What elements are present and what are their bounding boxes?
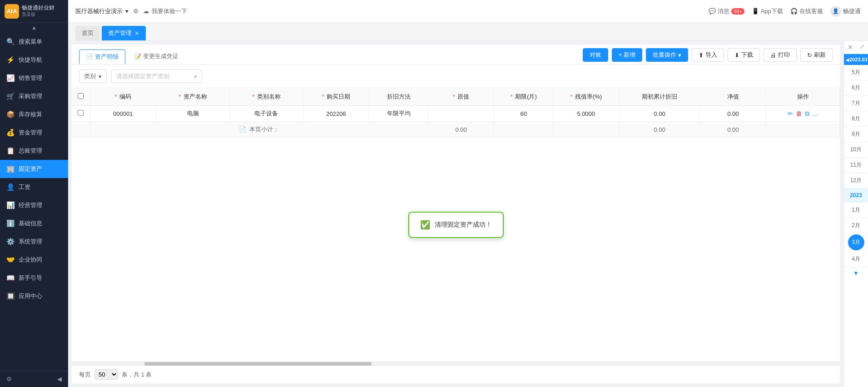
fixed-assets-icon: 🏢 bbox=[6, 165, 15, 173]
batch-dropdown-icon: ▾ bbox=[678, 52, 681, 59]
sidebar-scroll-up[interactable]: ▲ bbox=[0, 23, 68, 33]
more-icon[interactable]: … bbox=[812, 110, 818, 117]
sidebar-item-system[interactable]: ⚙️ 系统管理 bbox=[0, 233, 68, 251]
per-page-select[interactable]: 50 100 bbox=[94, 369, 118, 380]
tab-home[interactable]: 首页 bbox=[75, 26, 100, 40]
experience-button[interactable]: ☁ 我要体验一下 bbox=[143, 7, 187, 15]
sidebar-item-operations[interactable]: 📊 经营管理 bbox=[0, 196, 68, 214]
success-icon: ✅ bbox=[420, 220, 430, 230]
payroll-icon: 👤 bbox=[6, 183, 15, 191]
subtotal-row: 📄 本页小计： 0.00 0.00 0.00 bbox=[72, 122, 840, 138]
calendar-prev-icon[interactable]: ◀ bbox=[846, 57, 849, 62]
per-page-label: 每页 bbox=[79, 371, 91, 379]
download-button[interactable]: ⬇ 下载 bbox=[728, 48, 760, 62]
select-all-checkbox[interactable] bbox=[78, 93, 84, 99]
table-header-value: * 原值 bbox=[428, 88, 494, 106]
calendar-month-3-current[interactable]: 3月 bbox=[848, 234, 864, 251]
settings-button[interactable]: ⚙ bbox=[133, 8, 139, 15]
enterprise-icon: 🤝 bbox=[6, 256, 15, 264]
subtabs: 📄 资产明细 📝 变更生成凭证 对账 + 新增 批量操作 ▾ bbox=[72, 45, 840, 65]
calendar-month-1[interactable]: 1月 bbox=[844, 203, 868, 218]
table-header-checkbox bbox=[72, 88, 90, 106]
collapse-icon[interactable]: ◀ bbox=[57, 376, 62, 382]
import-icon: ⬆ bbox=[699, 52, 704, 59]
sidebar-item-quick-nav[interactable]: ⚡ 快捷导航 bbox=[0, 51, 68, 69]
company-dropdown-icon: ▾ bbox=[125, 8, 129, 15]
logo-text: 畅捷通好业财 bbox=[22, 5, 55, 12]
operations-icon: 📊 bbox=[6, 201, 15, 209]
calendar-expand-icon[interactable]: ⤢ bbox=[859, 43, 865, 52]
calendar-scroll-down-icon[interactable]: ▼ bbox=[850, 267, 862, 279]
pagination: 每页 50 100 条，共 1 条 bbox=[72, 365, 840, 383]
row-checkbox[interactable] bbox=[78, 110, 84, 116]
sidebar-item-app-center[interactable]: 🔲 应用中心 bbox=[0, 287, 68, 305]
row-method: 年限平均 bbox=[369, 106, 428, 122]
scroll-thumb[interactable] bbox=[144, 362, 372, 366]
refresh-button[interactable]: ↻ 刷新 bbox=[800, 48, 833, 62]
subtab-generate-voucher[interactable]: 📝 变更生成凭证 bbox=[127, 49, 185, 64]
notifications-button[interactable]: 💬 消息 99+ bbox=[709, 7, 744, 15]
calendar-month-4[interactable]: 4月 bbox=[844, 252, 868, 267]
calendar-month-11[interactable]: 11月 bbox=[844, 158, 868, 173]
table-header-period: * 期限(月) bbox=[494, 88, 553, 106]
assets-table: * 编码 * 资产名称 * 类别名称 bbox=[72, 88, 840, 138]
edit-icon[interactable]: ✏ bbox=[788, 110, 793, 117]
category-filter[interactable]: 类别 ▾ bbox=[79, 69, 107, 83]
copy-icon[interactable]: ⧉ bbox=[805, 110, 809, 118]
delete-icon[interactable]: 🗑 bbox=[796, 110, 802, 117]
calendar-month-9[interactable]: 9月 bbox=[844, 127, 868, 142]
row-net: 0.00 bbox=[700, 106, 766, 122]
horizontal-scrollbar[interactable] bbox=[72, 362, 840, 365]
batch-operation-button[interactable]: 批量操作 ▾ bbox=[646, 48, 688, 62]
table-header-date: * 购买日期 bbox=[303, 88, 369, 106]
add-button[interactable]: + 新增 bbox=[612, 48, 642, 62]
calendar-close-icon[interactable]: ✕ bbox=[847, 43, 854, 52]
sidebar-item-fixed-assets[interactable]: 🏢 固定资产 bbox=[0, 160, 68, 178]
calendar-month-6[interactable]: 6月 bbox=[844, 80, 868, 96]
row-code: 000001 bbox=[90, 106, 156, 122]
settings-icon[interactable]: ⚙ bbox=[6, 376, 12, 382]
import-button[interactable]: ⬆ 导入 bbox=[692, 48, 724, 62]
calendar-panel: ✕ ⤢ ◀ 2023.03 5月 6月 7月 8月 9月 10月 11月 12月… bbox=[843, 41, 868, 387]
table-header-rate: * 残值率(%) bbox=[553, 88, 619, 106]
sidebar-item-payroll[interactable]: 👤 工资 bbox=[0, 178, 68, 196]
user-menu[interactable]: 👤 畅捷通 bbox=[830, 6, 861, 17]
voucher-icon: 📝 bbox=[134, 53, 141, 60]
calendar-month-12[interactable]: 12月 bbox=[844, 173, 868, 189]
reconcile-button[interactable]: 对账 bbox=[583, 48, 608, 62]
row-date: 202206 bbox=[303, 106, 369, 122]
sidebar-footer: ⚙ ◀ bbox=[0, 371, 68, 387]
app-download-button[interactable]: 📱 App下载 bbox=[752, 7, 783, 15]
row-accum: 0.00 bbox=[619, 106, 700, 122]
sidebar-item-guide[interactable]: 📖 新手引导 bbox=[0, 269, 68, 287]
subtab-asset-detail[interactable]: 📄 资产明细 bbox=[79, 50, 125, 64]
refresh-icon: ↻ bbox=[807, 52, 812, 59]
sidebar-item-search[interactable]: 🔍 搜索菜单 bbox=[0, 33, 68, 51]
calendar-month-5[interactable]: 5月 bbox=[844, 65, 868, 80]
category-input[interactable]: 请选择固定资产类别 ▾ bbox=[111, 69, 202, 83]
company-selector[interactable]: 医疗器械行业演示 ▾ bbox=[75, 7, 129, 15]
table-header-method: 折旧方法 bbox=[369, 88, 428, 106]
row-checkbox-cell bbox=[72, 106, 90, 122]
calendar-month-8[interactable]: 8月 bbox=[844, 111, 868, 127]
calendar-month-10[interactable]: 10月 bbox=[844, 142, 868, 158]
print-button[interactable]: 🖨 打印 bbox=[764, 48, 797, 62]
calendar-month-7[interactable]: 7月 bbox=[844, 96, 868, 111]
tab-asset-management[interactable]: 资产管理 ✕ bbox=[102, 26, 146, 40]
logo-sub: 普及版 bbox=[22, 11, 55, 18]
sidebar-item-sales[interactable]: 📈 销售管理 bbox=[0, 69, 68, 87]
tab-close-icon[interactable]: ✕ bbox=[134, 30, 139, 37]
sidebar-item-basic-info[interactable]: ℹ️ 基础信息 bbox=[0, 214, 68, 233]
table-header-net: 净值 bbox=[700, 88, 766, 106]
sidebar-item-inventory[interactable]: 📦 库存核算 bbox=[0, 105, 68, 124]
user-avatar: 👤 bbox=[830, 6, 841, 17]
sidebar-item-ledger[interactable]: 📋 总账管理 bbox=[0, 142, 68, 160]
tabbar: 首页 资产管理 ✕ bbox=[68, 23, 868, 41]
sidebar-item-enterprise[interactable]: 🤝 企业协同 bbox=[0, 251, 68, 269]
subtotal-value: 0.00 bbox=[428, 122, 494, 138]
sidebar-item-purchase[interactable]: 🛒 采购管理 bbox=[0, 87, 68, 105]
online-service-button[interactable]: 🎧 在线客服 bbox=[790, 7, 823, 15]
row-period: 60 bbox=[494, 106, 553, 122]
calendar-month-2[interactable]: 2月 bbox=[844, 218, 868, 233]
sidebar-item-capital[interactable]: 💰 资金管理 bbox=[0, 124, 68, 142]
